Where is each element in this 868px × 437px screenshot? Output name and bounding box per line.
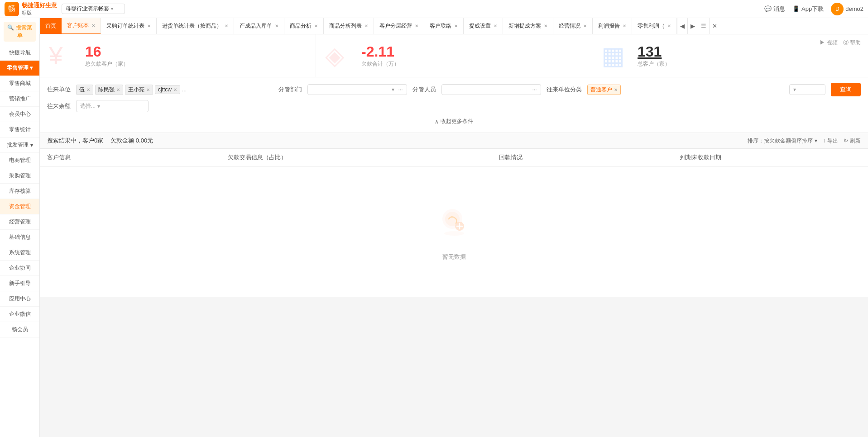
sidebar: 🔍 搜索菜单 快捷导航 零售管理 ▾ 零售商城 营销推广 会员中心 零售统计 [0,18,40,437]
collapse-btn[interactable]: ∧ 收起更多条件 [47,116,861,127]
tab-close-10[interactable]: ✕ [583,24,587,28]
sidebar-item-basic-info[interactable]: 基础信息 [0,230,39,245]
sidebar-item-quick-nav[interactable]: 快捷导航 [0,45,39,61]
tab-home[interactable]: 首页 [40,18,62,34]
sidebar-item-enterprise-wechat[interactable]: 企业微信 [0,307,39,322]
sidebar-item-app-center[interactable]: 应用中心 [0,291,39,307]
sidebar-item-wholesale-mgmt[interactable]: 批发管理 ▾ [0,138,39,153]
empty-state: 暂无数据 [40,166,868,297]
sort-select[interactable]: 排序：按欠款金额倒序排序 ▾ [748,137,817,145]
filter-tag-1-remove[interactable]: ✕ [86,87,90,92]
tab-prev-btn[interactable]: ◀ [677,18,687,34]
tab-close-all-btn[interactable]: ✕ [709,18,720,34]
filter-more-btn[interactable]: ... [182,86,187,93]
tab-retail-profit[interactable]: 零售利润（ ✕ [632,18,677,34]
sidebar-item-ecommerce[interactable]: 电商管理 [0,153,39,168]
filter-tag-3-label: 王小亮 [128,86,144,94]
tab-customer-book[interactable]: 客户账本 ✕ [62,18,101,34]
tab-close-3[interactable]: ✕ [275,24,278,28]
unit-class-select[interactable]: ▾ [789,84,825,95]
message-btn[interactable]: 💬 消息 [764,5,785,13]
tab-close-9[interactable]: ✕ [544,24,547,28]
dept-chevron-icon: ▾ [392,86,394,93]
tab-close-8[interactable]: ✕ [494,24,497,28]
refresh-btn[interactable]: ↻ 刷新 [844,137,861,145]
tab-customer-segment-label: 客户分层经营 [379,22,412,30]
filter-tag-3-remove[interactable]: ✕ [146,87,150,92]
tab-purchase-inbound-stats[interactable]: 进货单统计表（按商品） ✕ [157,18,234,34]
tab-close-4[interactable]: ✕ [314,24,318,28]
tab-new-achievement-plan[interactable]: 新增提成方案 ✕ [503,18,553,34]
tab-customer-book-close[interactable]: ✕ [91,23,95,28]
search-menu-btn[interactable]: 🔍 搜索菜单 [4,22,36,42]
filter-tag-2-remove[interactable]: ✕ [116,87,120,92]
purchase-mgmt-label: 采购管理 [9,172,31,179]
tab-close-2[interactable]: ✕ [225,24,228,28]
unit-filter-label: 往来单位 [47,86,71,94]
filter-tag-4-remove[interactable]: ✕ [173,87,177,92]
main-content: ▶ 视频 ⓪ 帮助 ¥ 16 总欠款客户（家） ◈ [40,34,868,437]
tab-business-status-label: 经营情况 [559,22,580,30]
sidebar-item-member-center[interactable]: 会员中心 [0,107,39,122]
message-label: 消息 [773,5,785,13]
tab-goods-analysis-list[interactable]: 商品分析列表 ✕ [324,18,374,34]
app-download-btn[interactable]: 📱 App下载 [792,5,824,13]
tab-business-status[interactable]: 经营情况 ✕ [553,18,593,34]
phone-icon: 📱 [792,5,800,12]
search-menu-label: 搜索菜单 [16,24,32,38]
person-select[interactable]: ··· [441,84,541,95]
sidebar-item-marketing[interactable]: 营销推广 [0,91,39,107]
refresh-icon: ↻ [844,138,848,144]
result-right-area: 排序：按欠款金额倒序排序 ▾ ↑ 导出 ↻ 刷新 [748,137,861,145]
credit-customers-label: 总欠款客户（家） [85,60,302,68]
inventory-label: 库存核算 [9,188,31,194]
sidebar-item-enterprise-collab[interactable]: 企业协同 [0,261,39,276]
tab-production-inbound[interactable]: 产成品入库单 ✕ [234,18,284,34]
tab-customer-segment[interactable]: 客户分层经营 ✕ [374,18,424,34]
tab-profit-report[interactable]: 利润报告 ✕ [593,18,632,34]
query-button[interactable]: 查询 [831,83,861,96]
message-icon: 💬 [764,5,772,12]
tab-retail-profit-label: 零售利润（ [638,22,665,30]
enterprise-collab-label: 企业协同 [9,265,31,271]
collapse-label: 收起更多条件 [441,118,473,125]
filter-tag-class-1-remove[interactable]: ✕ [614,87,618,92]
tab-prompt-settings[interactable]: 提成设置 ✕ [464,18,503,34]
sidebar-item-purchase-mgmt[interactable]: 采购管理 [0,168,39,184]
account-selector[interactable]: 母婴行业演示帐套 ▾ [62,4,125,14]
sidebar-item-retail-mgmt[interactable]: 零售管理 ▾ [0,61,39,76]
col-header-customer-info: 客户信息 [47,153,228,162]
tab-close-12[interactable]: ✕ [667,24,671,28]
sidebar-item-retail-mall[interactable]: 零售商城 [0,76,39,91]
user-area[interactable]: D demo2 [831,3,863,15]
tab-menu-btn[interactable]: ☰ [698,18,709,34]
tab-close-5[interactable]: ✕ [364,24,368,28]
tab-goods-analysis[interactable]: 商品分析 ✕ [284,18,324,34]
sys-mgmt-label: 系统管理 [9,249,31,256]
chevron-down-icon-2: ▾ [793,86,796,93]
tab-close-6[interactable]: ✕ [415,24,418,28]
sidebar-item-vip-member[interactable]: 畅会员 [0,322,39,337]
sidebar-item-fund-mgmt[interactable]: 资金管理 [0,199,39,214]
tab-goods-analysis-label: 商品分析 [290,22,312,30]
dept-select[interactable]: ▾ ··· [307,84,407,95]
tab-profit-report-label: 利润报告 [598,22,620,30]
tab-next-btn[interactable]: ▶ [687,18,698,34]
retail-mall-label: 零售商城 [9,80,31,86]
sidebar-item-new-guide[interactable]: 新手引导 [0,276,39,291]
sidebar-item-retail-stats[interactable]: 零售统计 [0,122,39,138]
sidebar-item-inventory[interactable]: 库存核算 [0,184,39,199]
tab-close-7[interactable]: ✕ [454,24,458,28]
sidebar-item-sys-mgmt[interactable]: 系统管理 [0,245,39,261]
sidebar-item-ops-mgmt[interactable]: 经营管理 [0,214,39,230]
filter-row-1: 往来单位 伍 ✕ 陈民强 ✕ 王小亮 [47,83,861,96]
result-summary: 搜索结果中，客户0家 [47,137,103,145]
top-right-area: 💬 消息 📱 App下载 D demo2 [764,3,863,15]
wholesale-mgmt-label: 批发管理 [7,141,29,149]
tab-close-11[interactable]: ✕ [623,24,626,28]
tab-customer-contact[interactable]: 客户联络 ✕ [424,18,464,34]
balance-select[interactable]: 选择... ▾ [76,100,149,112]
export-btn[interactable]: ↑ 导出 [823,137,838,145]
tab-close-1[interactable]: ✕ [147,24,151,28]
tab-purchase-order-stats[interactable]: 采购订单统计表 ✕ [101,18,157,34]
